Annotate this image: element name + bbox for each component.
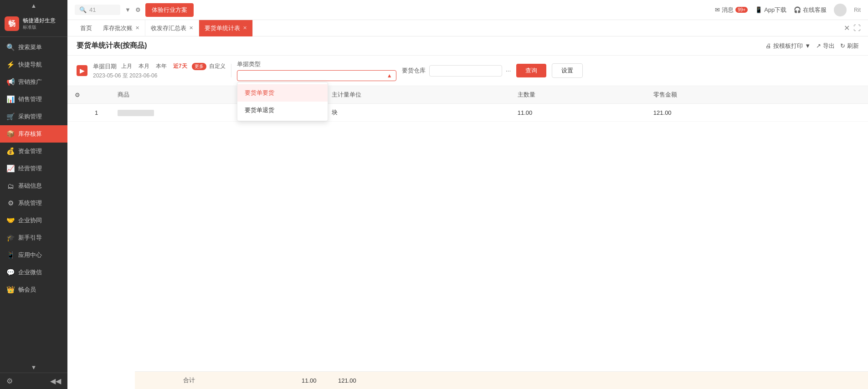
page-content: 要货单统计表(按商品) 🖨 按模板打印 ▼ ↗ 导出 ↻ 刷新	[67, 36, 868, 389]
sidebar-item-wechat-label: 企业微信	[18, 268, 42, 276]
app-download-label: App下载	[764, 6, 786, 14]
date-btn-year[interactable]: 本年	[154, 61, 169, 71]
date-btn-up[interactable]: 上月	[119, 61, 134, 71]
trial-button[interactable]: 体验行业方案	[145, 3, 194, 17]
dropdown-item-order-goods[interactable]: 要货单要货	[237, 84, 328, 102]
export-icon: ↗	[816, 42, 821, 49]
message-button[interactable]: ✉ 消息 99+	[715, 6, 748, 14]
print-icon: 🖨	[765, 42, 771, 49]
user-avatar[interactable]	[834, 4, 847, 16]
sidebar-item-operation[interactable]: 📈 经营管理	[0, 160, 67, 177]
export-button[interactable]: ↗ 导出	[816, 42, 835, 50]
sidebar-item-finance[interactable]: 💰 资金管理	[0, 143, 67, 160]
filter-expand-button[interactable]: ▶	[77, 65, 87, 76]
sidebar-item-app-center[interactable]: 📱 应用中心	[0, 246, 67, 264]
sidebar-item-guide[interactable]: 🎓 新手引导	[0, 229, 67, 246]
date-btn-7days[interactable]: 近7天	[171, 61, 189, 71]
app-download-button[interactable]: 📱 App下载	[755, 6, 786, 14]
col-unit-header: 主计量单位	[324, 86, 510, 104]
filter-warehouse-input[interactable]	[429, 65, 502, 77]
goods-placeholder	[118, 110, 154, 116]
filter-type-arrow-icon[interactable]: ▲	[387, 72, 392, 79]
tab-order-stats[interactable]: 要货单统计表 ✕	[199, 20, 253, 36]
sidebar-scroll-down[interactable]: ▼	[0, 362, 67, 373]
print-template-button[interactable]: 🖨 按模板打印 ▼	[765, 42, 811, 50]
sidebar-item-app-center-label: 应用中心	[18, 251, 42, 259]
sidebar-item-inventory[interactable]: 📦 库存核算	[0, 125, 67, 143]
row-settings-cell	[67, 104, 87, 122]
online-service-icon: 🎧	[794, 6, 801, 13]
sidebar-collapse-icon[interactable]: ◀◀	[50, 377, 61, 385]
sidebar-item-system[interactable]: ⚙ 系统管理	[0, 194, 67, 212]
tab-home[interactable]: 首页	[75, 20, 98, 36]
refresh-button[interactable]: ↻ 刷新	[840, 42, 859, 50]
col-settings-header[interactable]: ⚙	[67, 86, 87, 104]
col-index-header	[87, 86, 110, 104]
topbar-left: 🔍 41 ▼ ⚙ 体验行业方案	[75, 3, 194, 17]
row-unit-cell: 块	[324, 104, 510, 122]
type-dropdown-menu: 要货单要货 要货单退货	[237, 82, 328, 121]
date-more-badge[interactable]: 更多	[192, 63, 206, 70]
refresh-icon: ↻	[840, 42, 845, 49]
logo-name: 畅捷通好生意	[23, 17, 56, 25]
date-shortcuts: 单据日期 上月 本月 本年 近7天 更多 自定义	[93, 61, 226, 71]
online-service-button[interactable]: 🎧 在线客服	[794, 6, 827, 14]
topbar-dropdown-icon[interactable]: ▼	[125, 6, 131, 13]
settings-gear-icon[interactable]: ⚙	[6, 377, 13, 385]
topbar-search-num: 41	[89, 6, 96, 13]
filter-bar: ▶ 单据日期 上月 本月 本年 近7天 更多 自定义 2023-05-06 至 …	[67, 56, 868, 86]
query-button[interactable]: 查询	[516, 64, 546, 77]
page-title: 要货单统计表(按商品)	[77, 41, 147, 51]
sidebar-item-quick-nav[interactable]: ⚡ 快捷导航	[0, 56, 67, 73]
sidebar-item-marketing[interactable]: 📢 营销推广	[0, 73, 67, 91]
date-custom-btn[interactable]: 自定义	[209, 62, 226, 70]
close-all-tabs-icon[interactable]: ✕	[844, 24, 850, 32]
sidebar-bottom: ⚙ ◀◀	[0, 373, 67, 389]
date-btn-current[interactable]: 本月	[137, 61, 151, 71]
message-label: 消息	[722, 6, 734, 14]
filter-warehouse-label: 要货仓库	[402, 67, 426, 75]
message-badge: 99+	[735, 7, 748, 13]
sidebar-item-guide-label: 新手引导	[18, 234, 42, 242]
sidebar-item-sales[interactable]: 📊 销售管理	[0, 91, 67, 108]
sidebar-scroll-up[interactable]: ▲	[0, 0, 67, 11]
tabs-bar: 首页 库存批次账 ✕ 收发存汇总表 ✕ 要货单统计表 ✕ ✕ ⛶	[67, 20, 868, 36]
filter-divider	[231, 64, 231, 77]
page-actions: 🖨 按模板打印 ▼ ↗ 导出 ↻ 刷新	[765, 42, 859, 50]
tab-inventory-batch[interactable]: 库存批次账 ✕	[98, 20, 145, 36]
online-service-label: 在线客服	[803, 6, 827, 14]
sidebar-item-wechat[interactable]: 💬 企业微信	[0, 264, 67, 281]
system-icon: ⚙	[6, 199, 15, 207]
sidebar-item-basic[interactable]: 🗂 基础信息	[0, 177, 67, 194]
sidebar-item-quick-nav-label: 快捷导航	[18, 61, 42, 69]
topbar-search[interactable]: 🔍 41	[75, 5, 120, 15]
message-icon: ✉	[715, 6, 720, 13]
tab-receive-summary-close[interactable]: ✕	[189, 25, 193, 31]
tab-receive-summary[interactable]: 收发存汇总表 ✕	[145, 20, 199, 36]
filter-more-icon[interactable]: ···	[506, 67, 511, 74]
row-extra-cell	[807, 104, 868, 122]
basic-icon: 🗂	[6, 182, 15, 190]
sidebar-item-purchase[interactable]: 🛒 采购管理	[0, 108, 67, 125]
sidebar-item-search[interactable]: 🔍 搜索菜单	[0, 39, 67, 56]
sidebar-item-purchase-label: 采购管理	[18, 113, 42, 121]
filter-date-group: 单据日期 上月 本月 本年 近7天 更多 自定义 2023-05-06 至 20…	[93, 61, 226, 80]
tab-receive-summary-label: 收发存汇总表	[151, 24, 186, 32]
filter-warehouse-group: 要货仓库 ···	[402, 65, 511, 77]
refresh-label: 刷新	[847, 42, 859, 50]
sidebar-item-inventory-label: 库存核算	[18, 130, 42, 138]
filter-type-input[interactable]: ▲	[237, 70, 396, 81]
tab-inventory-batch-close[interactable]: ✕	[135, 25, 139, 31]
settings-button[interactable]: 设置	[552, 63, 583, 78]
sidebar-item-vip[interactable]: 👑 畅会员	[0, 281, 67, 298]
dropdown-item-order-return[interactable]: 要货单退货	[237, 102, 328, 119]
col-amount-header: 零售金额	[646, 86, 807, 104]
wechat-icon: 💬	[6, 268, 15, 276]
expand-tab-icon[interactable]: ⛶	[853, 24, 861, 32]
data-table: ⚙ 商品 主计量单位 主数量 零售金额 1	[67, 86, 868, 122]
sidebar-item-cooperation[interactable]: 🤝 企业协同	[0, 212, 67, 229]
app-download-icon: 📱	[755, 6, 762, 13]
tab-order-stats-close[interactable]: ✕	[243, 25, 247, 31]
sidebar-item-basic-label: 基础信息	[18, 182, 42, 190]
topbar-gear-icon[interactable]: ⚙	[135, 6, 141, 13]
